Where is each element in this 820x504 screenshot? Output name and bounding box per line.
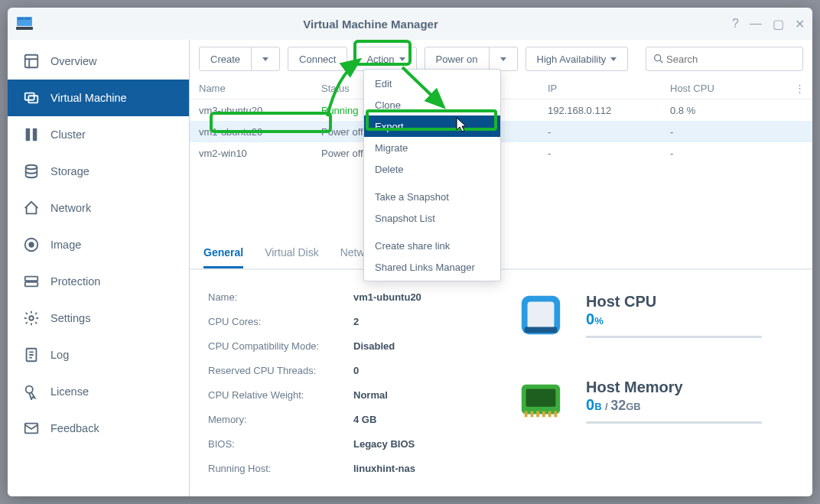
svg-rect-27 (542, 411, 545, 418)
sidebar-item-label: Protection (50, 275, 100, 288)
svg-rect-28 (548, 411, 552, 418)
svg-rect-4 (25, 55, 38, 68)
sidebar-item-protection[interactable]: Protection (8, 263, 189, 300)
detail-panel: Name:vm1-ubuntu20 CPU Cores:2 CPU Compat… (190, 269, 812, 496)
sidebar-item-settings[interactable]: Settings (8, 300, 189, 337)
sidebar-item-label: Virtual Machine (50, 92, 127, 104)
menu-item-clone[interactable]: Clone (364, 94, 500, 115)
search-box[interactable] (646, 47, 803, 71)
protection-icon (23, 273, 40, 290)
menu-item-delete[interactable]: Delete (364, 158, 500, 180)
col-ip[interactable]: IP (548, 83, 670, 94)
sidebar-item-feedback[interactable]: Feedback (8, 410, 189, 447)
sidebar-item-log[interactable]: Log (8, 337, 189, 373)
sidebar-item-cluster[interactable]: Cluster (8, 116, 189, 153)
host-memory-gauge: Host Memory 0B / 32GB (517, 377, 794, 424)
menu-item-shared-links-mgr[interactable]: Shared Links Manager (364, 256, 500, 278)
search-input[interactable] (665, 53, 796, 66)
titlebar: Virtual Machine Manager ? — ▢ ✕ (8, 8, 812, 40)
menu-item-snapshot[interactable]: Take a Snapshot (364, 186, 500, 207)
chevron-down-icon (610, 57, 617, 61)
storage-icon (23, 163, 40, 180)
sidebar-item-label: License (50, 385, 89, 398)
overview-icon (23, 53, 40, 70)
minimize-icon[interactable]: — (750, 17, 762, 31)
feedback-icon (23, 420, 40, 437)
sidebar-item-network[interactable]: Network (8, 190, 189, 226)
sidebar-item-label: Cluster (50, 128, 86, 141)
col-name[interactable]: Name (199, 83, 321, 94)
main-panel: Create Connect Action Power on High Avai… (190, 40, 812, 496)
sidebar-item-storage[interactable]: Storage (8, 153, 189, 190)
sidebar-item-label: Log (50, 349, 69, 361)
table-row[interactable]: vm3-ubuntu20 Running nas 192.168.0.112 0… (190, 99, 812, 121)
svg-point-14 (29, 316, 34, 320)
menu-item-snapshot-list[interactable]: Snapshot List (364, 207, 500, 229)
window-title: Virtual Machine Manager (9, 18, 732, 31)
log-icon (23, 346, 40, 363)
gear-icon (23, 310, 40, 327)
close-icon[interactable]: ✕ (795, 17, 805, 31)
high-availability-button[interactable]: High Availability (526, 47, 629, 71)
vm-icon (23, 89, 40, 106)
host-cpu-gauge: Host CPU 0% (517, 291, 794, 339)
cpu-icon (517, 291, 565, 339)
columns-menu-icon[interactable]: ⋮ (795, 83, 812, 94)
image-icon (23, 236, 40, 253)
table-row[interactable]: vm2-win10 Power off nas - - (190, 142, 812, 164)
action-button[interactable]: Action (355, 47, 416, 71)
svg-rect-26 (536, 411, 539, 418)
col-cpu[interactable]: Host CPU (670, 83, 747, 94)
svg-point-11 (29, 242, 34, 247)
menu-item-edit[interactable]: Edit (364, 73, 500, 94)
sidebar-item-overview[interactable]: Overview (8, 43, 189, 80)
table-row[interactable]: vm1-ubuntu20 Power off nas - - (190, 121, 812, 142)
svg-rect-7 (26, 128, 31, 141)
table-header: Name Status Host IP Host CPU ⋮ (190, 78, 812, 99)
svg-rect-5 (25, 93, 34, 100)
toolbar: Create Connect Action Power on High Avai… (190, 40, 812, 78)
vm-table: Name Status Host IP Host CPU ⋮ vm3-ubunt… (190, 78, 812, 164)
menu-item-migrate[interactable]: Migrate (364, 137, 500, 158)
svg-rect-20 (528, 302, 555, 329)
sidebar-item-license[interactable]: License (8, 373, 189, 410)
chevron-down-icon (399, 57, 405, 61)
cluster-icon (23, 126, 40, 143)
svg-rect-24 (525, 411, 528, 418)
sidebar-item-label: Image (50, 239, 81, 251)
app-window: Virtual Machine Manager ? — ▢ ✕ Overview… (8, 8, 812, 496)
search-icon (652, 53, 665, 65)
sidebar-item-label: Settings (50, 312, 90, 324)
menu-item-export[interactable]: Export (364, 115, 500, 137)
create-button[interactable]: Create (199, 47, 252, 71)
chevron-down-icon (500, 57, 506, 61)
detail-tabs: General Virtual Disk Network High Availa… (190, 239, 812, 269)
tab-general[interactable]: General (203, 246, 243, 268)
maximize-icon[interactable]: ▢ (773, 17, 784, 31)
help-icon[interactable]: ? (732, 17, 739, 31)
power-button[interactable]: Power on (425, 47, 490, 71)
connect-button[interactable]: Connect (288, 47, 347, 71)
sidebar: Overview Virtual Machine Cluster Storage… (8, 40, 190, 496)
svg-rect-8 (33, 128, 37, 141)
tab-virtual-disk[interactable]: Virtual Disk (265, 246, 319, 268)
svg-rect-29 (554, 411, 557, 418)
chevron-down-icon (262, 57, 268, 61)
svg-point-16 (26, 386, 33, 393)
sidebar-item-label: Network (50, 202, 91, 214)
sidebar-item-image[interactable]: Image (8, 226, 189, 263)
network-icon (23, 200, 40, 216)
svg-point-9 (26, 165, 37, 170)
create-dropdown[interactable] (251, 47, 280, 71)
sidebar-item-label: Storage (50, 165, 89, 177)
properties-list: Name:vm1-ubuntu20 CPU Cores:2 CPU Compat… (208, 285, 499, 481)
action-menu: Edit Clone Export Migrate Delete Take a … (363, 69, 501, 281)
license-icon (23, 383, 40, 400)
memory-icon (517, 377, 565, 424)
menu-item-share-link[interactable]: Create share link (364, 235, 500, 256)
svg-rect-13 (25, 282, 38, 287)
sidebar-item-virtual-machine[interactable]: Virtual Machine (8, 80, 189, 116)
power-dropdown[interactable] (489, 47, 518, 71)
sidebar-item-label: Feedback (50, 422, 99, 434)
svg-rect-25 (530, 411, 533, 418)
